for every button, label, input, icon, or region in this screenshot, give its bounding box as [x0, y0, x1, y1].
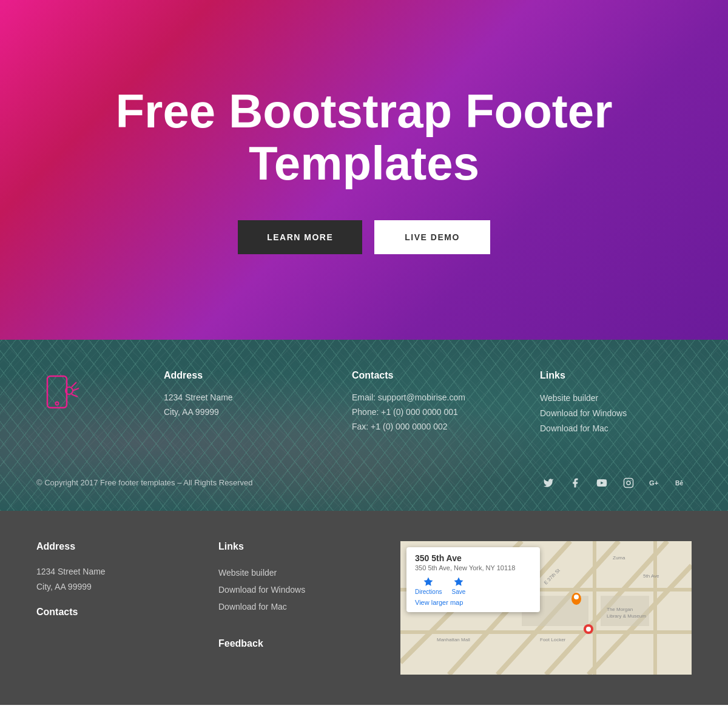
map-background: E 34th St E 35th St E 36th St E 37th St … [400, 541, 692, 675]
footer1-phone: Phone: +1 (0) 000 0000 001 [352, 405, 504, 420]
youtube-icon[interactable] [592, 473, 612, 493]
footer2-links-col: Links Website builder Download for Windo… [218, 541, 364, 675]
footer1: Address 1234 Street Name City, AA 99999 … [0, 340, 728, 511]
map-popup-title: 350 5th Ave [415, 553, 531, 563]
svg-line-2 [72, 382, 76, 387]
svg-text:Zuma: Zuma [613, 555, 625, 561]
facebook-icon[interactable] [565, 473, 585, 493]
footer1-email: Email: support@mobirise.com [352, 391, 504, 405]
footer2-address-col: Address 1234 Street Name City, AA 99999 … [36, 541, 182, 675]
svg-text:Bē: Bē [675, 480, 683, 487]
view-larger-map-link[interactable]: View larger map [415, 599, 531, 606]
footer2-feedback-heading: Feedback [218, 638, 364, 649]
svg-point-35 [586, 627, 591, 632]
footer1-contacts-col: Contacts Email: support@mobirise.com Pho… [352, 370, 504, 437]
footer1-link3[interactable]: Download for Mac [540, 421, 692, 436]
twitter-icon[interactable] [539, 473, 558, 493]
svg-text:5th Ave: 5th Ave [643, 573, 659, 579]
map-popup: 350 5th Ave 350 5th Ave, New York, NY 10… [406, 547, 540, 612]
footer2-link1[interactable]: Website builder [218, 564, 364, 581]
footer2-address-line1: 1234 Street Name [36, 564, 182, 579]
behance-icon[interactable]: Bē [672, 473, 692, 493]
svg-point-9 [630, 480, 632, 481]
svg-rect-7 [624, 478, 633, 487]
map-popup-address: 350 5th Ave, New York, NY 10118 [415, 564, 531, 571]
svg-text:The Morgan: The Morgan [607, 607, 633, 612]
map-directions-button[interactable]: Directions [415, 576, 442, 595]
map-popup-actions: Directions Save [415, 576, 531, 595]
footer2-link2[interactable]: Download for Windows [218, 581, 364, 598]
footer1-content: Address 1234 Street Name City, AA 99999 … [36, 370, 692, 437]
map-save-button[interactable]: Save [451, 576, 465, 595]
svg-text:G+: G+ [649, 479, 659, 486]
footer1-links-col: Links Website builder Download for Windo… [540, 370, 692, 437]
footer2-map[interactable]: E 34th St E 35th St E 36th St E 37th St … [400, 541, 692, 675]
hero-buttons: LEARN MORE LIVE DEMO [238, 220, 490, 254]
svg-line-4 [72, 394, 78, 397]
footer1-fax: Fax: +1 (0) 000 0000 002 [352, 420, 504, 434]
footer1-address-line1: 1234 Street Name [164, 391, 315, 405]
footer2-link3[interactable]: Download for Mac [218, 598, 364, 615]
directions-label: Directions [415, 588, 442, 595]
svg-line-3 [73, 388, 79, 391]
footer1-address-line2: City, AA 99999 [164, 405, 315, 420]
footer2-contacts-heading: Contacts [36, 607, 182, 618]
google-plus-icon[interactable]: G+ [645, 473, 665, 493]
footer1-copyright: © Copyright 2017 Free footer templates –… [36, 478, 252, 487]
learn-more-button[interactable]: LEARN MORE [238, 220, 362, 254]
hero-section: Free Bootstrap Footer Templates LEARN MO… [0, 0, 728, 340]
footer1-address-heading: Address [164, 370, 315, 381]
footer2-content: Address 1234 Street Name City, AA 99999 … [36, 541, 692, 675]
svg-point-37 [574, 595, 579, 599]
footer1-logo [36, 370, 127, 437]
footer1-bottom: © Copyright 2017 Free footer templates –… [36, 461, 692, 493]
footer2-links-heading: Links [218, 541, 364, 552]
svg-point-1 [56, 402, 59, 405]
svg-rect-0 [47, 376, 67, 408]
footer2-address-heading: Address [36, 541, 182, 552]
save-label: Save [451, 588, 465, 595]
instagram-icon[interactable] [619, 473, 638, 493]
social-icons: G+ Bē [539, 473, 692, 493]
footer1-address-col: Address 1234 Street Name City, AA 99999 [164, 370, 315, 437]
mobile-logo-icon [36, 370, 85, 419]
footer2-address-line2: City, AA 99999 [36, 579, 182, 595]
footer1-links-heading: Links [540, 370, 692, 381]
footer1-link2[interactable]: Download for Windows [540, 406, 692, 421]
svg-text:Foot Locker: Foot Locker [540, 637, 566, 642]
svg-text:Manhattan Mall: Manhattan Mall [437, 637, 470, 642]
footer2: Address 1234 Street Name City, AA 99999 … [0, 511, 728, 705]
live-demo-button[interactable]: LIVE DEMO [374, 220, 490, 254]
footer1-link1[interactable]: Website builder [540, 391, 692, 406]
hero-title: Free Bootstrap Footer Templates [91, 86, 637, 190]
footer1-contacts-heading: Contacts [352, 370, 504, 381]
footer2-contacts-section: Contacts [36, 607, 182, 618]
svg-marker-38 [454, 577, 463, 585]
svg-text:Library & Museum: Library & Museum [607, 613, 646, 619]
svg-point-8 [627, 481, 630, 485]
